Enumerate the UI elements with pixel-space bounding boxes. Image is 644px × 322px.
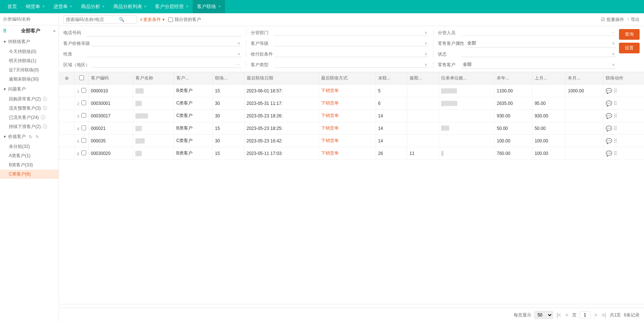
manager-select[interactable]: ··· — [461, 30, 616, 36]
last-method-link[interactable]: 下销货单 — [321, 138, 339, 143]
sidebar-item-7days[interactable]: 近7天待联络(0) — [0, 66, 59, 75]
next-page-btn[interactable]: > — [594, 312, 598, 318]
price-level-select[interactable]: ∨ — [91, 40, 242, 46]
select-all-checkbox[interactable] — [79, 75, 84, 80]
sidebar-group-pending[interactable]: ▼ 待联络客户 — [0, 36, 59, 47]
close-icon[interactable]: × — [102, 0, 105, 13]
customer-type-select[interactable]: ∨ — [274, 62, 429, 68]
phone-input[interactable] — [87, 29, 242, 36]
nav-customer-contact[interactable]: 客户联络 × — [193, 0, 225, 13]
row-code: 00030001 — [88, 97, 133, 110]
more-conditions-btn[interactable]: ≡ 更多条件 ▼ — [140, 17, 165, 23]
contact-icon[interactable]: 💬 — [606, 113, 612, 119]
retail-attr-select[interactable]: 全部 ∨ — [466, 39, 616, 47]
last-method-link[interactable]: 下销货单 — [321, 100, 339, 106]
sidebar-item-tomorrow[interactable]: 明天待联络(1) — [0, 56, 59, 66]
last-method-link[interactable]: 下销货单 — [321, 125, 339, 131]
manager-label: 分管人员 — [438, 30, 460, 36]
contact-icon[interactable]: 💬 — [606, 138, 612, 144]
sidebar-search-input[interactable] — [3, 17, 58, 22]
close-icon[interactable]: × — [218, 0, 221, 13]
row-checkbox[interactable] — [81, 88, 86, 93]
region-select[interactable]: ··· — [91, 62, 242, 68]
sidebar-item-ungrouped[interactable]: 未分组(32) — [0, 142, 59, 151]
sidebar-group-problem[interactable]: ▼ 问题客户 — [0, 84, 59, 95]
nav-sales-order[interactable]: 销货单 × — [21, 0, 49, 13]
more-icon[interactable]: ⠿ — [613, 138, 617, 144]
refresh-icon[interactable]: ↻ — [29, 134, 32, 139]
sidebar-item-declining[interactable]: 持续下滑客户(2) ⓘ — [0, 122, 59, 131]
status-select[interactable]: ∨ — [461, 51, 616, 57]
sidebar-item-class-a[interactable]: A类客户(1) — [0, 151, 59, 160]
sidebar-all-customers[interactable]: ⠿ 全部客户 « — [0, 25, 59, 36]
setup-button[interactable]: 设置 — [619, 43, 640, 53]
nav-home-label: 首页 — [7, 0, 17, 13]
nav-home[interactable]: 首页 — [3, 0, 21, 13]
row-no-contact: 14 — [376, 122, 407, 135]
horizontal-scrollbar[interactable] — [59, 304, 644, 308]
nav-customer-contact-label: 客户联络 — [197, 0, 216, 13]
nature-select[interactable]: ∨ — [87, 51, 242, 57]
row-checkbox[interactable] — [81, 100, 86, 105]
row-checkbox[interactable] — [81, 138, 86, 143]
sidebar-item-overdue[interactable]: 逾期未联络(30) — [0, 75, 59, 84]
batch-operations-btn[interactable]: ☑ 批量操作 — [601, 17, 624, 23]
gear-column-header[interactable]: ⚙ — [59, 72, 75, 85]
sidebar-item-abnormal-repurchase[interactable]: 回购异常客户(2) ⓘ — [0, 95, 59, 104]
search-icon[interactable]: 🔍 — [119, 17, 124, 22]
payment-select[interactable]: ∨ — [274, 51, 429, 57]
last-method-link[interactable]: 下销货单 — [321, 88, 339, 93]
contact-icon[interactable]: 💬 — [606, 88, 612, 94]
more-icon[interactable]: ⠿ — [613, 100, 617, 106]
row-gear — [59, 85, 75, 97]
contact-icon[interactable]: 💬 — [606, 125, 612, 131]
status-label: 状态 — [438, 51, 460, 57]
row-checkbox-cell: 5 — [75, 135, 88, 147]
nav-customer-stratification[interactable]: 客户分层经营 × — [151, 0, 193, 13]
sidebar-item-class-c[interactable]: C类客户(6) — [0, 170, 59, 179]
contact-icon[interactable]: 💬 — [606, 100, 612, 106]
row-this-month — [566, 97, 603, 110]
export-btn[interactable]: ↑ 导出 — [627, 17, 640, 23]
edit-icon[interactable]: ✎ — [35, 134, 39, 139]
last-method-link[interactable]: 下销货单 — [321, 113, 339, 118]
close-icon[interactable]: × — [186, 0, 188, 13]
sidebar-item-churn-warning[interactable]: 流失预警客户(3) ⓘ — [0, 104, 59, 113]
customer-level-select[interactable]: ∨ — [274, 40, 429, 46]
contact-icon[interactable]: 💬 — [606, 151, 612, 156]
more-icon[interactable]: ⠿ — [613, 151, 617, 156]
nav-product-analysis-list[interactable]: 商品分析列表 × — [109, 0, 151, 13]
region-label: 区域（地区） — [63, 62, 90, 68]
prev-page-btn[interactable]: < — [564, 312, 569, 318]
row-checkbox[interactable] — [81, 125, 86, 130]
nav-product-analysis[interactable]: 商品分析 × — [77, 0, 109, 13]
my-customer-check[interactable] — [168, 17, 173, 22]
dept-select[interactable]: ∨ — [274, 30, 429, 36]
row-checkbox[interactable] — [81, 151, 86, 155]
filter-row-3: 性质 ∨ 收付款条件 ∨ — [63, 50, 616, 58]
sidebar-item-class-b[interactable]: B类客户(33) — [0, 160, 59, 170]
close-icon[interactable]: × — [144, 0, 147, 13]
first-page-btn[interactable]: |< — [556, 312, 562, 318]
more-icon[interactable]: ⠿ — [613, 113, 617, 119]
more-icon[interactable]: ⠿ — [613, 88, 617, 94]
last-method-link[interactable]: 下销货单 — [321, 151, 339, 156]
my-customer-checkbox[interactable]: 我分管的客户 — [168, 17, 201, 23]
page-size-select[interactable]: 50 100 200 — [534, 311, 553, 319]
query-button[interactable]: 查询 — [619, 29, 640, 40]
main-search-input[interactable] — [66, 17, 117, 22]
row-last-method: 下销货单 — [319, 147, 376, 160]
retail-customer-select[interactable]: 全部 ∨ — [461, 61, 616, 69]
sidebar-item-churned[interactable]: 已流失客户(24) ⓘ — [0, 113, 59, 122]
sidebar-group-value[interactable]: ▼ 价值客户 ↻ ✎ — [0, 131, 59, 142]
sidebar-item-today[interactable]: 今天待联络(0) — [0, 47, 59, 56]
current-page-input[interactable] — [580, 311, 591, 319]
table-row: 3 00030017 █░░░ C类客户 30 2023-05-23 18:26… — [59, 110, 644, 122]
close-icon[interactable]: × — [70, 0, 72, 13]
row-checkbox[interactable] — [81, 113, 86, 118]
last-page-btn[interactable]: >| — [601, 312, 607, 318]
close-icon[interactable]: × — [42, 0, 45, 13]
row-type: B类客户 — [174, 147, 212, 160]
nav-purchase-order[interactable]: 进货单 × — [49, 0, 77, 13]
more-icon[interactable]: ⠿ — [613, 125, 617, 131]
